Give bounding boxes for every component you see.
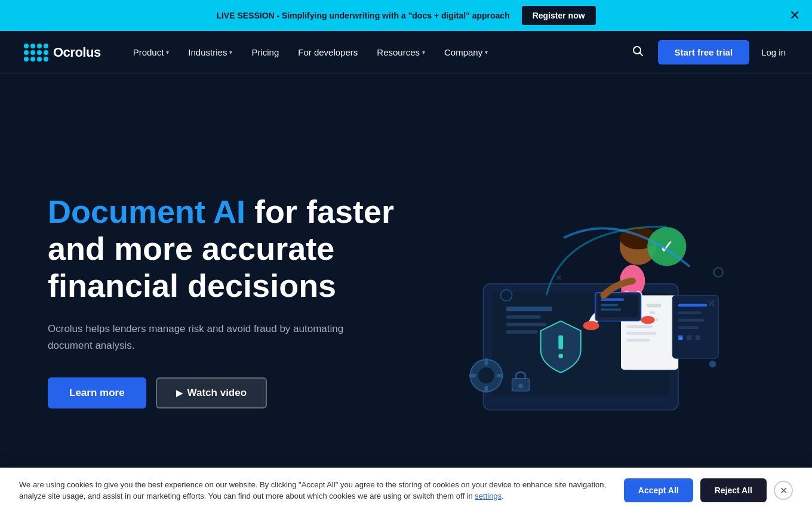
nav-item-resources[interactable]: Resources ▾ xyxy=(368,42,433,62)
svg-rect-17 xyxy=(506,330,538,333)
hero-title-accent: Document AI xyxy=(48,193,245,229)
svg-point-13 xyxy=(558,354,563,358)
hero-buttons: Learn more ▶ Watch video xyxy=(48,377,396,408)
chevron-down-icon: ▾ xyxy=(166,49,169,56)
nav-links: Product ▾ Industries ▾ Pricing For devel… xyxy=(125,42,627,62)
svg-point-5 xyxy=(478,367,494,383)
hero-title: Document AI for faster and more accurate… xyxy=(48,193,396,304)
hero-description: Ocrolus helps lenders manage risk and av… xyxy=(48,321,358,353)
svg-rect-15 xyxy=(506,315,541,319)
nav-item-industries[interactable]: Industries ▾ xyxy=(180,42,241,62)
cookie-banner: We are using cookies to give you the bes… xyxy=(0,468,812,513)
chevron-down-icon: ▾ xyxy=(485,49,488,56)
banner-text: LIVE SESSION - Simplifying underwriting … xyxy=(216,11,509,20)
start-trial-button[interactable]: Start free trial xyxy=(658,40,750,64)
svg-rect-45 xyxy=(601,308,621,311)
play-icon: ▶ xyxy=(176,388,183,398)
svg-text:✓: ✓ xyxy=(679,336,682,340)
nav-right: Start free trial Log in xyxy=(627,40,788,64)
svg-rect-8 xyxy=(469,373,476,377)
nav-item-developers[interactable]: For developers xyxy=(290,42,366,62)
logo-text: Ocrolus xyxy=(53,45,101,60)
navigation: Ocrolus Product ▾ Industries ▾ Pricing F… xyxy=(0,31,812,74)
chevron-down-icon: ▾ xyxy=(422,49,425,56)
cookie-settings-link[interactable]: settings xyxy=(475,492,502,500)
svg-rect-34 xyxy=(687,335,691,340)
svg-text:✕: ✕ xyxy=(555,274,562,282)
logo[interactable]: Ocrolus xyxy=(24,44,101,62)
hero-content: Document AI for faster and more accurate… xyxy=(48,193,420,408)
nav-item-product[interactable]: Product ▾ xyxy=(125,42,178,62)
banner-close-button[interactable]: ✕ xyxy=(789,9,800,22)
learn-more-button[interactable]: Learn more xyxy=(48,377,146,408)
cookie-close-button[interactable]: ✕ xyxy=(774,481,793,500)
svg-rect-31 xyxy=(678,326,699,329)
svg-line-1 xyxy=(639,53,642,56)
register-button[interactable]: Register now xyxy=(522,6,596,25)
svg-text:✕: ✕ xyxy=(707,297,715,309)
svg-rect-14 xyxy=(506,306,552,311)
svg-rect-24 xyxy=(627,339,650,342)
hero-section: Document AI for faster and more accurate… xyxy=(0,74,812,513)
login-link[interactable]: Log in xyxy=(759,42,788,62)
svg-point-11 xyxy=(518,383,523,388)
logo-icon xyxy=(24,44,48,62)
svg-point-50 xyxy=(709,360,716,367)
svg-rect-7 xyxy=(485,386,488,393)
svg-point-49 xyxy=(714,268,723,277)
svg-rect-16 xyxy=(506,322,546,326)
hero-illustration: Doc ✓ xyxy=(420,176,764,426)
svg-rect-28 xyxy=(678,303,707,306)
svg-rect-12 xyxy=(558,335,563,349)
svg-rect-22 xyxy=(627,325,653,328)
watch-video-button[interactable]: ▶ Watch video xyxy=(156,377,267,408)
reject-cookies-button[interactable]: Reject All xyxy=(700,478,767,502)
top-banner: LIVE SESSION - Simplifying underwriting … xyxy=(0,0,812,31)
svg-rect-23 xyxy=(627,331,657,334)
accept-cookies-button[interactable]: Accept All xyxy=(624,478,693,502)
svg-rect-9 xyxy=(497,373,504,377)
svg-rect-35 xyxy=(696,335,700,340)
svg-rect-44 xyxy=(601,303,618,306)
svg-rect-6 xyxy=(485,358,488,365)
cookie-text: We are using cookies to give you the bes… xyxy=(19,479,610,502)
nav-item-pricing[interactable]: Pricing xyxy=(243,42,287,62)
search-button[interactable] xyxy=(627,40,648,64)
search-icon xyxy=(632,45,644,57)
cookie-buttons: Accept All Reject All ✕ xyxy=(624,478,793,502)
svg-point-40 xyxy=(641,315,655,323)
hero-image: Doc ✓ xyxy=(449,176,736,426)
svg-point-39 xyxy=(583,321,599,330)
nav-item-company[interactable]: Company ▾ xyxy=(436,42,496,62)
svg-rect-30 xyxy=(678,318,704,321)
chevron-down-icon: ▾ xyxy=(229,49,232,56)
svg-rect-29 xyxy=(678,311,701,314)
